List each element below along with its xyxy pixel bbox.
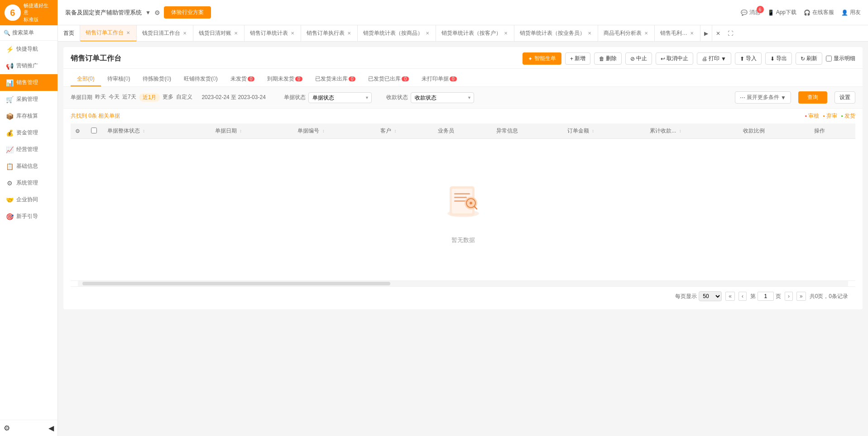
export-btn[interactable]: ⬇ 导出 [765,52,792,65]
sidebar-item-basic-info[interactable]: 📋 基础信息 [0,158,58,175]
tab-close-sales-margin[interactable]: ✕ [689,30,695,36]
stop-btn[interactable]: ⊘ 中止 [625,52,652,65]
ship-action[interactable]: 发货 [841,112,855,120]
col-settings[interactable]: ⚙ [71,123,85,139]
col-date[interactable]: 单据日期 ↕ [211,123,293,139]
date-more[interactable]: 更多 [163,93,173,102]
tab-close-margin-analysis[interactable]: ✕ [643,30,649,36]
filter-tab-pending-review[interactable]: 待审核(0) [101,72,137,86]
sidebar-item-guide[interactable]: 🎯 新手引导 [0,208,58,225]
filter-tab-pending-check[interactable]: 待拣验货(0) [136,72,177,86]
date-custom[interactable]: 自定义 [176,93,192,102]
tab-close-goods-stats-customer[interactable]: ✕ [503,30,508,36]
collapse-icon[interactable]: ◀ [48,424,54,432]
tab-goods-stats-staff[interactable]: 销货单统计表（按业务员） ✕ [514,25,598,42]
payment-select[interactable]: 收款状态 [411,92,474,103]
cancel-audit-action[interactable]: 弃审 [823,112,837,120]
online-service-btn[interactable]: 🎧 在线客服 [804,9,834,16]
date-7days[interactable]: 近7天 [122,93,136,102]
sidebar-item-sales[interactable]: 📊 销售管理 [0,74,58,91]
sidebar-item-operations[interactable]: 📈 经营管理 [0,141,58,158]
sidebar-item-purchase[interactable]: 🛒 采购管理 [0,91,58,108]
first-page-btn[interactable]: « [725,292,735,301]
date-1month[interactable]: 近1月 [139,93,160,102]
message-btn[interactable]: 💬 消息 6 [741,9,760,16]
logo[interactable]: 6 畅捷通好生意 标准版 [0,0,58,25]
filter-tab-shipped-out[interactable]: 已发货已出库0 [362,72,415,86]
col-received[interactable]: 累计收款... ↕ [645,123,739,139]
tab-nav-more[interactable]: ▶ [700,25,712,42]
tab-close-goods-stats-staff[interactable]: ✕ [587,30,592,36]
filter-tab-shipped-not-out[interactable]: 已发货未出库0 [309,72,362,86]
refresh-btn[interactable]: ↻ 刷新 [796,52,822,65]
tab-maximize[interactable]: ⛶ [724,25,737,42]
tab-close-sales-exec[interactable]: ✕ [346,30,352,36]
table-area: 共找到 0条 相关单据 审核 弃审 发货 ⚙ 单据整体状态 [63,109,863,309]
per-page-select[interactable]: 50 10 20 100 [699,291,722,301]
industry-btn[interactable]: 体验行业方案 [164,6,211,19]
col-salesperson[interactable]: 业务员 [433,123,492,139]
page-input[interactable] [758,292,774,301]
query-btn[interactable]: 查询 [798,91,827,104]
tab-close-cash-reconcile[interactable]: ✕ [233,30,239,36]
import-btn[interactable]: ⬆ 导入 [735,52,762,65]
tab-sales-stats[interactable]: 销售订单统计表 ✕ [245,25,301,42]
sidebar-item-finance[interactable]: 💰 资金管理 [0,124,58,141]
filter-tab-wangpu-ship[interactable]: 旺铺待发货(0) [177,72,224,86]
tab-cash-reconcile[interactable]: 钱货日清对账 ✕ [193,25,245,42]
col-number[interactable]: 单据编号 ↕ [293,123,376,139]
filter-tab-overdue-unshipped[interactable]: 到期未发货0 [261,72,309,86]
tab-sales-order-workbench[interactable]: 销售订单工作台 ✕ [80,25,137,42]
audit-action[interactable]: 审核 [805,112,819,120]
scrollbar-thumb[interactable] [82,282,390,285]
expand-more-btn[interactable]: ⋯ 展开更多条件 ▼ [735,91,791,104]
tab-margin-analysis[interactable]: 商品毛利分析表 ✕ [598,25,655,42]
add-btn[interactable]: + 新增 [565,52,590,65]
ai-generate-btn[interactable]: ✦ 智能生单 [523,52,561,65]
prev-page-btn[interactable]: ‹ [739,292,747,301]
search-menu[interactable]: 🔍 搜索菜单 [0,25,58,41]
tab-goods-stats-customer[interactable]: 销货单统计表（按客户） ✕ [436,25,514,42]
user-menu[interactable]: 👤 用友 [841,9,861,16]
sidebar-item-quick-nav[interactable]: ⚡ 快捷导航 [0,41,58,57]
col-customer[interactable]: 客户 ↕ [376,123,433,139]
col-status[interactable]: 单据整体状态 ↕ [103,123,211,139]
delete-btn[interactable]: 🗑 删除 [594,52,622,65]
col-amount[interactable]: 订单金额 ↕ [563,123,646,139]
date-today[interactable]: 今天 [109,93,120,102]
tab-sales-margin[interactable]: 销售毛利… ✕ [655,25,700,42]
filter-tab-all[interactable]: 全部(0) [71,72,101,86]
horizontal-scrollbar[interactable] [78,281,848,286]
date-yesterday[interactable]: 昨天 [95,93,106,102]
system-dropdown[interactable]: ▼ [145,9,151,16]
settings-icon[interactable]: ⚙ [4,424,10,432]
app-download-btn[interactable]: 📱 App下载 [767,9,796,16]
col-checkbox[interactable] [85,123,103,139]
col-exception[interactable]: 异常信息 [492,123,563,139]
tab-home[interactable]: 首页 [58,25,80,42]
cancel-stop-btn[interactable]: ↩ 取消中止 [656,52,693,65]
tab-close-goods-stats-product[interactable]: ✕ [425,30,430,36]
tab-cash-daily[interactable]: 钱货日清工作台 ✕ [137,25,193,42]
tab-sales-exec[interactable]: 销售订单执行表 ✕ [301,25,358,42]
tab-goods-stats-product[interactable]: 销货单统计表（按商品） ✕ [358,25,436,42]
last-page-btn[interactable]: » [796,292,806,301]
sidebar-item-system[interactable]: ⚙ 系统管理 [0,175,58,191]
show-detail-label[interactable]: 显示明细 [826,55,855,62]
gear-icon[interactable]: ⚙ [154,9,160,16]
print-btn[interactable]: 🖨 打印 ▼ [697,52,731,65]
tab-close-cash-daily[interactable]: ✕ [182,30,187,36]
tab-close-sales-stats[interactable]: ✕ [290,30,295,36]
setting-query-btn[interactable]: 设置 [834,91,855,104]
filter-tab-unshipped[interactable]: 未发货0 [224,72,261,86]
sidebar-item-marketing[interactable]: 📢 营销推广 [0,57,58,74]
sidebar-item-inventory[interactable]: 📦 库存核算 [0,108,58,124]
payment-select-wrap: 收款状态 [411,92,474,103]
filter-tab-unprinted[interactable]: 未打印单据0 [415,72,463,86]
status-select[interactable]: 单据状态 [308,92,372,103]
tab-close-all[interactable]: ✕ [712,25,724,42]
tab-close-sales-order[interactable]: ✕ [125,30,131,36]
show-detail-checkbox[interactable] [826,56,832,62]
sidebar-item-collab[interactable]: 🤝 企业协同 [0,191,58,208]
next-page-btn[interactable]: › [785,292,793,301]
